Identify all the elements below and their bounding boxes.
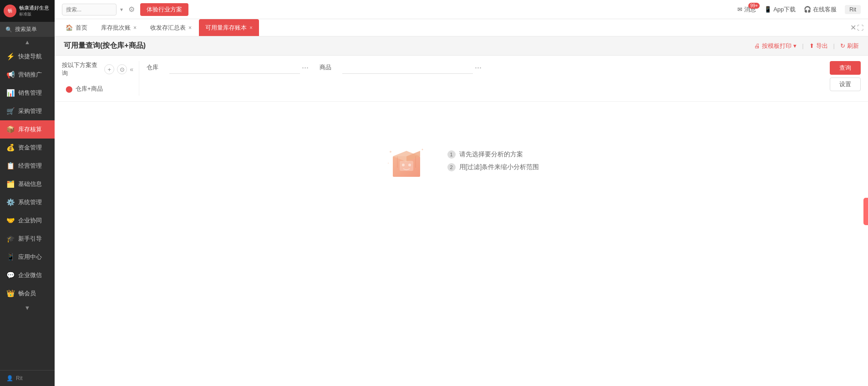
svg-rect-5 xyxy=(400,161,413,171)
inventory-icon: 📦 xyxy=(6,125,15,134)
export-btn[interactable]: ⬆ 导出 xyxy=(809,42,828,50)
wechat-icon: 💬 xyxy=(6,271,15,279)
goods-input[interactable] xyxy=(342,61,473,74)
sidebar-username: Rit xyxy=(16,375,23,381)
filter-area: 仓库 ··· 商品 ··· xyxy=(147,61,818,96)
member-icon: 👑 xyxy=(6,289,15,298)
search-icon: 🔍 xyxy=(5,26,12,33)
scheme-panel-header: 按以下方案查询 + ⊙ « xyxy=(62,61,133,77)
tip-num-1: 1 xyxy=(447,150,456,159)
industry-btn[interactable]: 体验行业方案 xyxy=(140,3,188,16)
tab-home[interactable]: 🏠 首页 xyxy=(59,19,94,36)
finance-icon: 💰 xyxy=(6,144,15,152)
logo-text: 畅康通好生意 标准版 xyxy=(19,5,49,17)
user-avatar-icon: 👤 xyxy=(6,375,13,381)
quick-nav-icon: ⚡ xyxy=(6,52,15,61)
topbar-app-download[interactable]: 📱 App下载 xyxy=(764,5,796,14)
sidebar-item-wechat[interactable]: 💬 企业微信 xyxy=(0,266,55,284)
apps-icon: 📱 xyxy=(6,253,15,261)
print-btn[interactable]: 🖨 按模板打印 ▾ xyxy=(754,42,797,50)
app-icon: 📱 xyxy=(764,6,772,13)
close-all-icon: ✕ xyxy=(850,23,856,32)
empty-state: 1 请先选择要分析的方案 2 用[过滤]条件来缩小分析范围 xyxy=(55,102,868,220)
sidebar: 畅 畅康通好生意 标准版 🔍 搜索菜单 ▲ ⚡ 快捷导航 📢 营销推广 📊 销售… xyxy=(0,0,55,386)
print-chevron-icon: ▾ xyxy=(793,42,797,49)
home-icon: 🏠 xyxy=(66,24,73,31)
page-title: 可用量查询(按仓库+商品) xyxy=(64,41,146,51)
empty-state-content: 1 请先选择要分析的方案 2 用[过滤]条件来缩小分析范围 xyxy=(384,138,539,184)
scheme-panel: 按以下方案查询 + ⊙ « ⬤ 仓库+商品 xyxy=(62,61,139,96)
sidebar-item-guide[interactable]: 🎓 新手引导 xyxy=(0,230,55,248)
sidebar-item-quick-nav[interactable]: ⚡ 快捷导航 xyxy=(0,47,55,66)
settings-button[interactable]: 设置 xyxy=(830,77,861,91)
topbar-online-service[interactable]: 🎧 在线客服 xyxy=(804,5,837,14)
tab-batch-close[interactable]: × xyxy=(133,25,137,31)
corp-icon: 🤝 xyxy=(6,216,15,225)
tabs-bar: 🏠 首页 库存批次账 × 收发存汇总表 × 可用量库存账本 × ✕ ⛶ xyxy=(55,19,868,36)
guide-icon: 🎓 xyxy=(6,235,15,243)
warehouse-filter-field: 仓库 ··· xyxy=(147,61,310,74)
refresh-icon: ↻ xyxy=(840,42,845,49)
topbar-user[interactable]: Rit xyxy=(845,5,861,14)
empty-tips: 1 请先选择要分析的方案 2 用[过滤]条件来缩小分析范围 xyxy=(447,150,539,171)
svg-point-10 xyxy=(388,163,389,164)
svg-point-9 xyxy=(421,149,423,150)
scheme-add-btn[interactable]: + xyxy=(104,64,114,74)
topbar-gear-icon[interactable]: ⚙ xyxy=(127,3,137,15)
sidebar-item-member[interactable]: 👑 畅会员 xyxy=(0,284,55,303)
empty-illustration xyxy=(384,138,429,184)
scroll-up-btn[interactable]: ▲ xyxy=(0,37,55,47)
export-icon: ⬆ xyxy=(809,42,814,49)
tab-available[interactable]: 可用量库存账本 × xyxy=(199,19,259,36)
sidebar-item-finance[interactable]: 💰 资金管理 xyxy=(0,139,55,157)
empty-tip-2: 2 用[过滤]条件来缩小分析范围 xyxy=(447,163,539,171)
sidebar-item-inventory[interactable]: 📦 库存核算 xyxy=(0,120,55,139)
tabs-close-all[interactable]: ✕ xyxy=(850,23,856,32)
topbar-msg[interactable]: ✉ 消息 99+ xyxy=(737,5,756,14)
operations-icon: 📋 xyxy=(6,162,15,170)
right-scroll-handle[interactable] xyxy=(863,198,868,225)
query-button[interactable]: 查询 xyxy=(830,61,861,75)
warehouse-input[interactable] xyxy=(169,61,300,74)
scheme-settings-btn[interactable]: ⊙ xyxy=(117,64,127,74)
scheme-item-icon: ⬤ xyxy=(66,85,73,93)
marketing-icon: 📢 xyxy=(6,71,15,79)
logo-icon: 畅 xyxy=(4,5,16,17)
sidebar-item-sales[interactable]: 📊 销售管理 xyxy=(0,84,55,102)
sidebar-item-corp[interactable]: 🤝 企业协同 xyxy=(0,211,55,230)
tabs-maximize[interactable]: ⛶ xyxy=(857,24,863,31)
svg-point-6 xyxy=(402,164,405,166)
scheme-collapse-btn[interactable]: « xyxy=(130,66,133,73)
tab-summary-close[interactable]: × xyxy=(188,25,192,31)
maximize-icon: ⛶ xyxy=(857,24,863,31)
topbar-right: ✉ 消息 99+ 📱 App下载 🎧 在线客服 Rit xyxy=(737,5,861,14)
action-buttons: 查询 设置 xyxy=(825,61,861,96)
page-content: 可用量查询(按仓库+商品) 🖨 按模板打印 ▾ | ⬆ 导出 | ↻ 刷新 xyxy=(55,36,868,386)
query-area: 按以下方案查询 + ⊙ « ⬤ 仓库+商品 仓库 ··· xyxy=(55,56,868,102)
sidebar-item-system[interactable]: ⚙️ 系统管理 xyxy=(0,193,55,211)
warehouse-label: 仓库 xyxy=(147,63,169,72)
purchase-icon: 🛒 xyxy=(6,107,15,115)
scroll-down-btn[interactable]: ▼ xyxy=(0,303,55,313)
topbar-search-input[interactable] xyxy=(62,4,117,15)
sidebar-bottom[interactable]: 👤 Rit xyxy=(0,370,55,386)
sidebar-item-purchase[interactable]: 🛒 采购管理 xyxy=(0,102,55,120)
topbar-chevron-icon[interactable]: ▾ xyxy=(120,6,123,13)
tab-batch[interactable]: 库存批次账 × xyxy=(95,19,143,36)
sidebar-item-marketing[interactable]: 📢 营销推广 xyxy=(0,66,55,84)
goods-filter-field: 商品 ··· xyxy=(320,61,483,74)
sidebar-item-apps[interactable]: 📱 应用中心 xyxy=(0,248,55,266)
print-icon: 🖨 xyxy=(754,42,760,49)
sidebar-item-operations[interactable]: 📋 经营管理 xyxy=(0,157,55,175)
tab-available-close[interactable]: × xyxy=(249,25,253,31)
tip-num-2: 2 xyxy=(447,163,456,171)
sidebar-search[interactable]: 🔍 搜索菜单 xyxy=(0,22,55,37)
refresh-btn[interactable]: ↻ 刷新 xyxy=(840,42,859,50)
tab-summary[interactable]: 收发存汇总表 × xyxy=(144,19,198,36)
sidebar-nav: ▲ ⚡ 快捷导航 📢 营销推广 📊 销售管理 🛒 采购管理 📦 库存核算 💰 资… xyxy=(0,37,55,370)
sidebar-logo: 畅 畅康通好生意 标准版 xyxy=(0,0,55,22)
warehouse-more-icon[interactable]: ··· xyxy=(300,63,310,72)
scheme-item-warehouse-goods[interactable]: ⬤ 仓库+商品 xyxy=(62,82,133,96)
sidebar-item-basic[interactable]: 🗂️ 基础信息 xyxy=(0,175,55,193)
goods-more-icon[interactable]: ··· xyxy=(473,63,483,72)
